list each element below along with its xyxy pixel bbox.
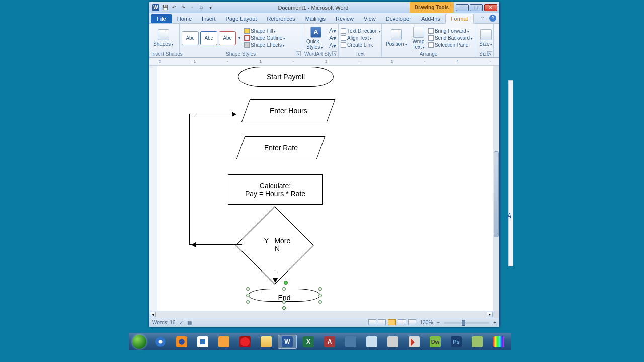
view-outline[interactable] bbox=[398, 319, 406, 325]
qat-new-icon[interactable]: ▫ bbox=[189, 4, 196, 11]
macro-icon[interactable]: ▦ bbox=[187, 320, 192, 325]
horizontal-ruler[interactable]: -2 -1 · 1 · 2 · 3 · 4 · bbox=[149, 58, 499, 66]
scroll-right-icon[interactable]: ▸ bbox=[487, 312, 493, 317]
zoom-slider[interactable] bbox=[444, 322, 489, 324]
qat-save-icon[interactable]: 💾 bbox=[162, 4, 169, 11]
taskbar-outlook[interactable] bbox=[214, 335, 233, 349]
taskbar-chrome[interactable] bbox=[193, 335, 212, 349]
scroll-left-icon[interactable]: ◂ bbox=[150, 312, 156, 317]
taskbar-app3[interactable] bbox=[489, 335, 508, 349]
arrow[interactable] bbox=[189, 244, 242, 245]
tab-addins[interactable]: Add-Ins bbox=[416, 14, 445, 23]
shapes-button[interactable]: Shapes bbox=[151, 28, 176, 48]
adjust-handle[interactable] bbox=[282, 306, 287, 311]
qat-emoji-icon[interactable]: ☺ bbox=[198, 4, 205, 11]
resize-handle[interactable] bbox=[318, 300, 322, 304]
vertical-scrollbar[interactable] bbox=[493, 66, 499, 311]
shape-effects-button[interactable]: Shape Effects bbox=[244, 42, 285, 48]
shape-calculate[interactable]: Calculate: Pay = Hours * Rate bbox=[228, 174, 323, 205]
taskbar-photoshop[interactable]: Ps bbox=[447, 335, 466, 349]
taskbar-snip[interactable] bbox=[383, 335, 403, 349]
page[interactable]: Start Payroll Enter Hours Enter Rate Cal… bbox=[157, 66, 493, 318]
maximize-button[interactable]: ☐ bbox=[470, 4, 483, 11]
resize-handle[interactable] bbox=[282, 287, 286, 291]
selection-pane-button[interactable]: Selection Pane bbox=[428, 42, 473, 48]
taskbar-app1[interactable] bbox=[341, 335, 360, 349]
taskbar-word[interactable]: W bbox=[278, 335, 297, 349]
resize-handle[interactable] bbox=[318, 287, 322, 291]
arrow[interactable] bbox=[194, 114, 238, 114]
shape-start-terminator[interactable]: Start Payroll bbox=[238, 67, 334, 87]
resize-handle[interactable] bbox=[282, 300, 286, 304]
zoom-level[interactable]: 130% bbox=[420, 320, 433, 325]
bring-forward-button[interactable]: Bring Forward bbox=[428, 28, 473, 34]
size-button[interactable]: Size bbox=[477, 28, 494, 48]
ribbon-minimize-icon[interactable]: ⌃ bbox=[479, 15, 486, 22]
tab-developer[interactable]: Developer bbox=[381, 14, 416, 23]
word-count[interactable]: Words: 16 bbox=[152, 320, 175, 325]
shape-enter-hours[interactable]: Enter Hours bbox=[242, 99, 336, 122]
taskbar-excel[interactable]: X bbox=[299, 335, 318, 349]
send-backward-button[interactable]: Send Backward bbox=[428, 35, 473, 41]
tab-review[interactable]: Review bbox=[331, 14, 359, 23]
view-print[interactable] bbox=[368, 319, 376, 325]
shape-styles-launcher[interactable]: ↘ bbox=[296, 51, 301, 56]
qat-undo-icon[interactable]: ↶ bbox=[171, 4, 178, 11]
arrow[interactable] bbox=[275, 272, 275, 285]
qat-redo-icon[interactable]: ↷ bbox=[180, 4, 187, 11]
qat-dropdown-icon[interactable]: ▾ bbox=[207, 4, 214, 11]
tab-home[interactable]: Home bbox=[172, 14, 197, 23]
resize-handle[interactable] bbox=[246, 300, 250, 304]
text-direction-button[interactable]: Text Direction bbox=[341, 28, 381, 34]
shape-outline-button[interactable]: Shape Outline bbox=[244, 35, 285, 41]
taskbar-reader[interactable] bbox=[405, 335, 424, 349]
proofing-icon[interactable]: ✓ bbox=[179, 320, 183, 325]
help-icon[interactable]: ? bbox=[489, 15, 496, 22]
shape-style-2[interactable]: Abc bbox=[200, 31, 217, 45]
tab-format[interactable]: Format bbox=[445, 14, 474, 24]
taskbar-ie[interactable] bbox=[151, 335, 170, 349]
taskbar-notepad[interactable] bbox=[362, 335, 381, 349]
taskbar-access[interactable]: A bbox=[320, 335, 339, 349]
view-read[interactable] bbox=[378, 319, 386, 325]
position-button[interactable]: Position bbox=[384, 28, 409, 48]
shape-enter-rate[interactable]: Enter Rate bbox=[236, 136, 326, 159]
rotate-handle[interactable] bbox=[284, 281, 288, 285]
resize-handle[interactable] bbox=[246, 287, 250, 291]
view-draft[interactable] bbox=[408, 319, 416, 325]
zoom-knob[interactable] bbox=[462, 320, 465, 326]
shape-fill-button[interactable]: Shape Fill bbox=[244, 28, 285, 34]
view-web[interactable] bbox=[388, 319, 396, 325]
text-fill-icon[interactable]: A▾ bbox=[329, 27, 336, 34]
tab-file[interactable]: File bbox=[151, 14, 172, 23]
shape-style-3[interactable]: Abc bbox=[219, 31, 236, 45]
align-text-button[interactable]: Align Text bbox=[341, 35, 381, 41]
shape-style-1[interactable]: Abc bbox=[182, 31, 199, 45]
text-outline-icon[interactable]: A▾ bbox=[329, 35, 336, 42]
tab-insert[interactable]: Insert bbox=[197, 14, 221, 23]
arrow[interactable] bbox=[189, 114, 190, 244]
taskbar-explorer[interactable] bbox=[257, 335, 276, 349]
start-button[interactable] bbox=[130, 335, 149, 349]
text-effects-icon[interactable]: A▾ bbox=[329, 42, 336, 49]
taskbar-dreamweaver[interactable]: Dw bbox=[426, 335, 445, 349]
tab-mailings[interactable]: Mailings bbox=[300, 14, 331, 23]
scrollbar-thumb[interactable] bbox=[494, 151, 499, 237]
resize-handle[interactable] bbox=[246, 294, 250, 297]
taskbar-firefox[interactable] bbox=[172, 335, 191, 349]
taskbar-app2[interactable] bbox=[468, 335, 487, 349]
create-link-button[interactable]: Create Link bbox=[341, 42, 381, 48]
size-launcher[interactable]: ↘ bbox=[487, 51, 492, 56]
horizontal-scrollbar[interactable]: ◂ ▸ bbox=[149, 311, 493, 318]
zoom-in-icon[interactable]: + bbox=[493, 320, 496, 325]
wrap-text-button[interactable]: Wrap Text bbox=[411, 26, 427, 51]
quick-styles-button[interactable]: A Quick Styles bbox=[304, 26, 328, 51]
vertical-ruler[interactable] bbox=[149, 66, 157, 318]
wordart-launcher[interactable]: ↘ bbox=[332, 51, 337, 56]
minimize-button[interactable]: — bbox=[456, 4, 469, 11]
tab-references[interactable]: References bbox=[262, 14, 300, 23]
taskbar-opera[interactable] bbox=[235, 335, 255, 349]
style-gallery-more-icon[interactable]: ▾ bbox=[238, 36, 240, 40]
resize-handle[interactable] bbox=[318, 294, 322, 297]
zoom-out-icon[interactable]: − bbox=[437, 320, 440, 325]
